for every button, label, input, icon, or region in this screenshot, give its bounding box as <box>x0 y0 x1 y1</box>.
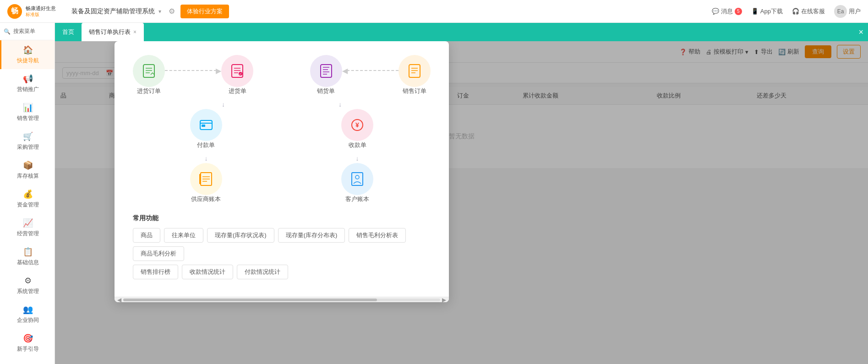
message-btn[interactable]: 💬 消息 5 <box>712 7 742 16</box>
online-service-btn[interactable]: 🎧 在线客服 <box>792 7 825 16</box>
tab-sales-order[interactable]: 销售订单执行表 × <box>82 23 144 41</box>
sidebar-item-sales[interactable]: 📊 销售管理 <box>0 98 55 127</box>
fn-btn-receipt-stats[interactable]: 收款情况统计 <box>182 265 233 279</box>
operations-icon: 📈 <box>23 218 33 228</box>
tab-bar-right: × <box>858 27 868 37</box>
payment-out-circle <box>190 109 222 141</box>
modal-overlay: 进货订单 ▶ ✓ <box>55 41 868 364</box>
sidebar-item-quick-nav[interactable]: 🏠 快捷导航 <box>0 40 55 69</box>
sidebar-item-collab[interactable]: 👥 企业协同 <box>0 300 55 329</box>
scroll-left-icon[interactable]: ◀ <box>117 297 121 303</box>
guide-icon: 🎯 <box>23 333 33 343</box>
fn-btn-product[interactable]: 商品 <box>133 228 160 243</box>
fn-btn-payment-stats[interactable]: 付款情况统计 <box>237 265 288 279</box>
finance-icon: 💰 <box>23 189 33 199</box>
svg-rect-15 <box>409 65 420 77</box>
purchase-circle: ✓ <box>221 55 253 87</box>
down-arrow-purchase: ↓ <box>222 101 225 108</box>
page-content: ❓ 帮助 🖨 按模板打印 ▾ ⬆ 导出 🔄 刷新 查询 设置 <box>55 41 868 364</box>
sales-icon: 📊 <box>23 103 33 113</box>
function-btns-row2: 销售排行榜 收款情况统计 付款情况统计 <box>133 265 431 279</box>
purchase-icon: 🛒 <box>23 131 33 141</box>
sidebar-item-marketing[interactable]: 📢 营销推广 <box>0 69 55 98</box>
modal-box: 进货订单 ▶ ✓ <box>115 41 449 302</box>
sidebar-item-inventory[interactable]: 📦 库存核算 <box>0 156 55 185</box>
tab-bar: 首页 销售订单执行表 × × <box>55 23 868 41</box>
sidebar: 🔍 搜索菜单 🏠 快捷导航 📢 营销推广 📊 销售管理 🛒 采购管理 📦 库存核… <box>0 23 55 364</box>
home-icon: 🏠 <box>23 45 33 55</box>
logo-text: 畅康通好生意 标准版 <box>26 5 56 17</box>
sidebar-item-finance[interactable]: 💰 资金管理 <box>0 185 55 213</box>
fn-btn-contacts[interactable]: 往来单位 <box>164 228 203 243</box>
fn-btn-stock-dist[interactable]: 现存量(库存分布表) <box>278 228 345 243</box>
flow-node-purchase-order[interactable]: 进货订单 <box>133 55 165 95</box>
svg-text:¥: ¥ <box>355 121 359 129</box>
mid-flow-row: 付款单 ¥ 收款单 <box>133 109 431 149</box>
svg-rect-28 <box>199 174 201 184</box>
top-header: 畅 畅康通好生意 标准版 装备及固定资产辅助管理系统 ▾ ⚙ 体验行业方案 💬 … <box>0 0 868 23</box>
settings-icon[interactable]: ⚙ <box>169 7 175 16</box>
purchase-order-circle <box>133 55 165 87</box>
message-badge: 5 <box>735 8 742 15</box>
logo-area: 畅 畅康通好生意 标准版 <box>7 4 62 19</box>
flow-node-sale-order[interactable]: 销售订单 <box>399 55 431 95</box>
sidebar-item-system[interactable]: ⚙ 系统管理 <box>0 271 55 300</box>
system-title: 装备及固定资产辅助管理系统 <box>71 7 155 16</box>
sidebar-item-purchase[interactable]: 🛒 采购管理 <box>0 127 55 156</box>
down-arrow-payment-in: ↓ <box>356 155 359 162</box>
svg-rect-10 <box>321 65 332 77</box>
scroll-right-icon[interactable]: ▶ <box>442 297 446 303</box>
dropdown-arrow-icon[interactable]: ▾ <box>158 8 161 15</box>
headset-icon: 🎧 <box>792 8 799 15</box>
flow-node-supplier-ledger[interactable]: 供应商账本 <box>190 163 222 203</box>
user-menu[interactable]: Ea 用户 <box>834 5 861 18</box>
flow-node-purchase[interactable]: ✓ 进货单 <box>221 55 253 95</box>
arrows-row: ↓ ↓ <box>133 99 431 109</box>
sidebar-item-newbie[interactable]: 🎯 新手引导 <box>0 329 55 358</box>
collab-icon: 👥 <box>23 304 33 315</box>
scrollbar-thumb <box>123 299 377 301</box>
scrollbar-track[interactable] <box>123 299 440 301</box>
bottom-flow-row: 供应商账本 客户账本 <box>133 163 431 203</box>
flow-node-payment-out[interactable]: 付款单 <box>190 109 222 149</box>
sale-circle <box>310 55 342 87</box>
arrow-purchase-order-to-purchase: ▶ <box>165 66 221 75</box>
common-functions-title: 常用功能 <box>133 214 431 223</box>
message-icon: 💬 <box>712 8 719 15</box>
system-icon: ⚙ <box>24 276 32 286</box>
flow-node-sale[interactable]: 销货单 <box>310 55 342 95</box>
flow-node-payment-in[interactable]: ¥ 收款单 <box>341 109 373 149</box>
arrow-sale-order-to-sale: ◀ <box>342 66 399 75</box>
arrows-row2: ↓ ↓ <box>133 153 431 163</box>
fn-btn-sales-ranking[interactable]: 销售排行榜 <box>133 265 178 279</box>
experience-btn[interactable]: 体验行业方案 <box>180 5 229 18</box>
content-area: 首页 销售订单执行表 × × ❓ 帮助 🖨 按模板打印 ▾ <box>55 23 868 364</box>
flow-node-customer-ledger[interactable]: 客户账本 <box>341 163 373 203</box>
down-arrow-sale: ↓ <box>338 101 342 108</box>
modal-body: 进货订单 ▶ ✓ <box>115 41 449 297</box>
fn-btn-stock-status[interactable]: 现存量(库存状况表) <box>207 228 274 243</box>
close-all-tabs-icon[interactable]: × <box>858 27 863 37</box>
main-layout: 🔍 搜索菜单 🏠 快捷导航 📢 营销推广 📊 销售管理 🛒 采购管理 📦 库存核… <box>0 23 868 364</box>
svg-rect-0 <box>143 65 154 77</box>
modal-scrollbar[interactable]: ◀ ▶ <box>115 297 449 302</box>
search-icon: 🔍 <box>4 28 11 35</box>
fn-btn-sales-profit[interactable]: 销售毛利分析表 <box>349 228 406 243</box>
system-title-area: 装备及固定资产辅助管理系统 ▾ ⚙ <box>71 7 175 16</box>
info-icon: 📋 <box>23 247 33 257</box>
down-arrow-payment-out: ↓ <box>204 155 207 162</box>
tab-close-icon[interactable]: × <box>133 29 136 35</box>
fn-btn-product-profit[interactable]: 商品毛利分析 <box>133 246 184 261</box>
tab-home[interactable]: 首页 <box>55 23 82 41</box>
svg-text:✓: ✓ <box>239 72 242 76</box>
sidebar-item-basic-info[interactable]: 📋 基础信息 <box>0 242 55 271</box>
customer-ledger-circle <box>341 163 373 195</box>
logo-icon: 畅 <box>7 4 22 19</box>
sidebar-item-operations[interactable]: 📈 经营管理 <box>0 213 55 242</box>
flow-diagram: 进货订单 ▶ ✓ <box>133 55 431 203</box>
sidebar-search[interactable]: 🔍 搜索菜单 <box>0 23 55 40</box>
sale-order-circle <box>399 55 431 87</box>
common-functions: 常用功能 商品 往来单位 现存量(库存状况表) 现存量(库存分布表) 销售毛利分… <box>133 214 431 288</box>
phone-icon: 📱 <box>751 8 759 15</box>
app-download-btn[interactable]: 📱 App下载 <box>751 7 783 16</box>
